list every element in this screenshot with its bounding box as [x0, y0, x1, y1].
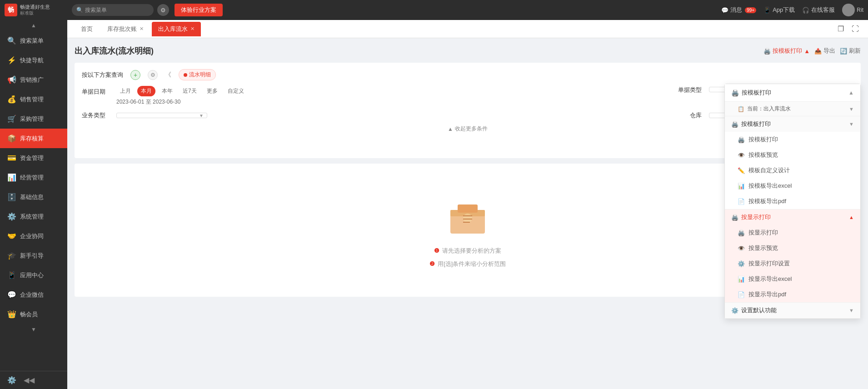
dropdown-item-display-preview[interactable]: 👁️ 按显示预览 — [725, 240, 860, 256]
collapse-sidebar-icon[interactable]: ◀◀ — [24, 376, 35, 384]
sidebar-item-search[interactable]: 🔍 搜索菜单 — [0, 31, 67, 50]
customize-item-icon: ✏️ — [738, 167, 745, 174]
sidebar-item-marketing[interactable]: 📢 营销推广 — [0, 70, 67, 90]
print-template-label: 按模板打印 — [773, 47, 802, 55]
date-btn-custom[interactable]: 自定义 — [224, 86, 248, 96]
date-btn-last-7-days[interactable]: 近7天 — [179, 86, 200, 96]
sidebar-item-cooperation[interactable]: 🤝 企业协同 — [0, 226, 67, 246]
printer-icon: 🖨️ — [731, 121, 738, 128]
hint-2-num: ❷ — [429, 260, 435, 267]
sidebar-label: 销售管理 — [20, 95, 44, 104]
date-btn-this-month[interactable]: 本月 — [137, 86, 155, 96]
app-download-button[interactable]: 📱 App下载 — [763, 6, 795, 14]
tab-flow-close[interactable]: ✕ — [190, 26, 195, 32]
dropdown-item-template-export-pdf[interactable]: 📄 按模板导出pdf — [725, 194, 860, 209]
active-filter-tag[interactable]: 流水明细 — [179, 69, 216, 80]
logo-title: 畅捷通好生意 — [20, 4, 50, 10]
sidebar-item-system[interactable]: ⚙️ 系统管理 — [0, 207, 67, 226]
page-title-bar: 出入库流水(流水明细) 🖨️ 按模板打印 ▲ 📤 导出 🔄 刷新 — [75, 45, 861, 56]
purchase-icon: 🛒 — [7, 115, 16, 123]
template-export-pdf-label: 按模板导出pdf — [748, 197, 786, 205]
filter-date-label: 单据日期 — [82, 86, 109, 96]
filter-tag-dot — [184, 73, 187, 77]
dropdown-item-display-export-pdf[interactable]: 📄 按显示导出pdf — [725, 287, 860, 302]
filter-add-button[interactable]: + — [130, 70, 140, 80]
dropdown-item-template-preview[interactable]: 👁️ 按模板预览 — [725, 147, 860, 163]
date-btn-this-year[interactable]: 本年 — [158, 86, 176, 96]
dropdown-item-template-export-excel[interactable]: 📊 按模板导出excel — [725, 178, 860, 194]
dropdown-section-display: 🖨️ 按显示打印 ▲ 🖨️ 按显示打印 👁️ 按显示预览 — [725, 209, 860, 303]
sidebar-item-quick-nav[interactable]: ⚡ 快捷导航 — [0, 50, 67, 70]
dropdown-section-template-header[interactable]: 🖨️ 按模板打印 ▼ — [725, 116, 860, 132]
sidebar-item-wechat[interactable]: 💬 企业微信 — [0, 285, 67, 304]
dropdown-item-display-print[interactable]: 🖨️ 按显示打印 — [725, 225, 860, 240]
page-actions: 🖨️ 按模板打印 ▲ 📤 导出 🔄 刷新 — [763, 47, 861, 55]
sidebar-item-app-center[interactable]: 📱 应用中心 — [0, 265, 67, 285]
tab-batch-account-close[interactable]: ✕ — [140, 26, 144, 32]
settings-icon[interactable]: ⚙️ — [7, 376, 16, 384]
refresh-button[interactable]: 🔄 刷新 — [840, 47, 861, 55]
collapse-label: 收起更多条件 — [455, 125, 488, 133]
dropdown-section-default-header[interactable]: ⚙️ 设置默认功能 ▼ — [725, 303, 860, 318]
sidebar-label: 新手引导 — [20, 252, 44, 260]
date-btn-last-month[interactable]: 上月 — [116, 86, 135, 96]
sidebar: ▲ 🔍 搜索菜单 ⚡ 快捷导航 📢 营销推广 💰 销售管理 🛒 采购管理 📦 库… — [0, 20, 67, 389]
cooperation-icon: 🤝 — [7, 232, 16, 240]
date-btn-more[interactable]: 更多 — [203, 86, 221, 96]
dropdown-item-display-export-excel[interactable]: 📊 按显示导出excel — [725, 271, 860, 287]
sidebar-item-purchase[interactable]: 🛒 采购管理 — [0, 109, 67, 129]
print-template-button[interactable]: 🖨️ 按模板打印 ▲ — [763, 47, 810, 55]
tab-flow[interactable]: 出入库流水 ✕ — [152, 22, 201, 36]
dropdown-header: 🖨️ 按模板打印 ▲ — [725, 84, 860, 102]
dropdown-section-display-header[interactable]: 🖨️ 按显示打印 ▲ — [725, 209, 860, 225]
message-button[interactable]: 💬 消息 99+ — [721, 6, 756, 14]
print-header-icon: 🖨️ — [731, 89, 739, 96]
export-label: 导出 — [823, 47, 835, 55]
sidebar-item-finance[interactable]: 💳 资金管理 — [0, 148, 67, 168]
customer-service-button[interactable]: 🎧 在线客服 — [802, 6, 835, 14]
sidebar-item-basic[interactable]: 🗄️ 基础信息 — [0, 187, 67, 207]
dropdown-section-template: 🖨️ 按模板打印 ▼ 🖨️ 按模板打印 👁️ 按模板预览 — [725, 116, 860, 209]
dropdown-toggle-up[interactable]: ▲ — [848, 90, 854, 96]
page-title: 出入库流水(流水明细) — [75, 45, 154, 56]
sidebar-item-inventory[interactable]: 📦 库存核算 — [0, 129, 67, 148]
filter-date-group: 上月 本月 本年 近7天 更多 自定义 2023-06-01 至 2023-06… — [116, 86, 248, 106]
current-icon: 📋 — [738, 106, 744, 112]
trial-button[interactable]: 体验行业方案 — [175, 4, 223, 16]
dropdown-panel: 🖨️ 按模板打印 ▲ 📋 当前：出入库流水 ▼ — [724, 84, 861, 319]
export-button[interactable]: 📤 导出 — [814, 47, 835, 55]
print-icon: 🖨️ — [763, 48, 771, 55]
filter-settings-button[interactable]: ⚙ — [148, 70, 158, 80]
tab-batch-account[interactable]: 库存批次账 ✕ — [101, 22, 150, 36]
sidebar-label: 畅会员 — [20, 310, 38, 319]
member-icon: 👑 — [7, 310, 16, 319]
sidebar-scroll-down[interactable]: ▼ — [0, 324, 67, 335]
template-section-title: 按模板打印 — [741, 120, 771, 128]
date-filter-buttons: 上月 本月 本年 近7天 更多 自定义 — [116, 86, 248, 96]
dropdown-item-template-print[interactable]: 🖨️ 按模板打印 — [725, 132, 860, 147]
finance-icon: 💳 — [7, 154, 16, 162]
operations-icon: 📊 — [7, 173, 16, 182]
header-search[interactable]: 🔍 搜索菜单 — [72, 4, 154, 16]
tab-home[interactable]: 首页 — [75, 22, 99, 36]
dropdown-current-label: 当前：出入库流水 — [747, 105, 791, 113]
dropdown-current-label-group: 📋 当前：出入库流水 — [738, 105, 791, 113]
user-profile[interactable]: Rit — [842, 4, 863, 16]
sidebar-item-member[interactable]: 👑 畅会员 — [0, 304, 67, 324]
business-type-select[interactable] — [116, 113, 207, 118]
quick-nav-icon: ⚡ — [7, 56, 16, 65]
inventory-icon: 📦 — [7, 134, 16, 143]
gear-button[interactable]: ⚙ — [157, 4, 169, 16]
sidebar-scroll-up[interactable]: ▲ — [0, 20, 67, 31]
sidebar-item-sales[interactable]: 💰 销售管理 — [0, 90, 67, 109]
sidebar-item-operations[interactable]: 📊 经营管理 — [0, 168, 67, 187]
display-export-pdf-label: 按显示导出pdf — [748, 290, 786, 299]
dropdown-item-template-customize[interactable]: ✏️ 模板自定义设计 — [725, 163, 860, 178]
dropdown-item-display-print-settings[interactable]: ⚙️ 按显示打印设置 — [725, 256, 860, 271]
filter-collapse-button[interactable]: 《 — [165, 71, 171, 79]
sidebar-item-guide[interactable]: 🎓 新手引导 — [0, 246, 67, 265]
tab-bar-maximize-btn[interactable]: ⛶ — [850, 24, 861, 35]
dropdown-header-label: 🖨️ 按模板打印 — [731, 89, 771, 97]
collapse-button[interactable]: ▲ 收起更多条件 — [448, 125, 488, 133]
tab-bar-restore-btn[interactable]: ❐ — [835, 24, 846, 35]
